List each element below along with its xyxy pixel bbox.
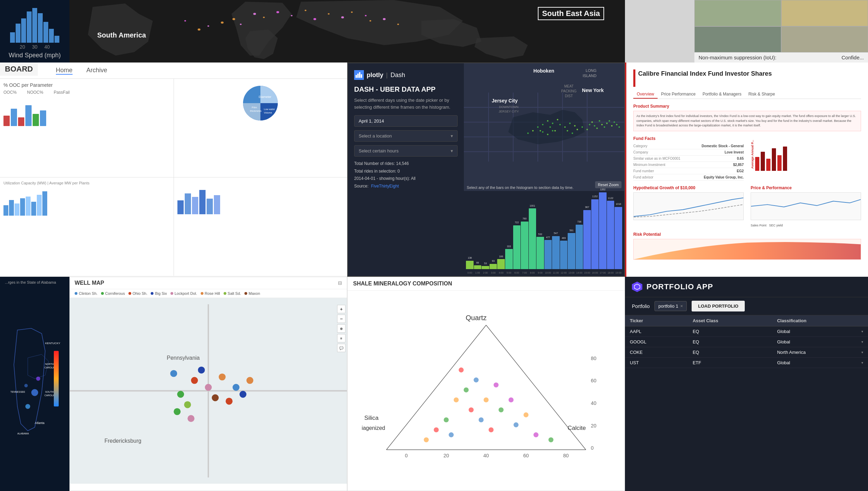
legend-dot-ohio — [128, 292, 131, 295]
hist-bar-x-label: 19:00 — [615, 272, 621, 274]
histogram-bar[interactable]: 661:00 — [474, 192, 482, 269]
histogram-bar[interactable]: 96715:00 — [583, 192, 591, 269]
svg-point-99 — [240, 391, 247, 398]
svg-text:0: 0 — [591, 445, 594, 451]
hist-bar-x-label: 17:00 — [600, 272, 606, 274]
svg-point-67 — [616, 124, 618, 125]
legend-clinton: Clinton Sh. — [75, 291, 98, 296]
tab-overview[interactable]: Overview — [633, 90, 658, 99]
histogram-bar[interactable]: 101819:00 — [615, 192, 622, 269]
hist-bar-x-label: 6:00 — [514, 272, 519, 274]
select-hours-dropdown[interactable]: Select certain hours ▾ — [354, 145, 458, 157]
dashboard-body: % OOC per Parameter OOC% NOOC% PassFail — [0, 79, 347, 276]
capacity-bar-chart — [3, 188, 170, 216]
histogram-bar[interactable]: 3335:00 — [505, 192, 513, 269]
svg-point-60 — [599, 120, 600, 122]
wellmap-controls[interactable]: + − ⊕ ≡ 💬 — [337, 305, 345, 352]
meat-packing-label: MEATPACKINGDIST — [561, 84, 576, 99]
table-row: USTETFGlobal▾ — [625, 358, 868, 368]
cell-classification[interactable]: North America▾ — [772, 347, 868, 358]
nav-archive[interactable]: Archive — [86, 67, 107, 75]
svg-point-42 — [559, 124, 561, 125]
dashboard-nav[interactable]: Home Archive — [56, 67, 107, 75]
shale-header: SHALE MINERALOGY COMPOSITION — [348, 277, 625, 291]
cap-bar — [42, 191, 47, 216]
svg-text:Quartz: Quartz — [466, 314, 486, 321]
fact-label-advisor: Fund advisor — [633, 175, 653, 179]
histogram-bar[interactable]: 126217:00 — [599, 192, 607, 269]
legend-label-lockport: Lockport Dol. — [175, 291, 197, 296]
avg-cell — [174, 177, 348, 276]
histogram-bar[interactable]: 933:00 — [490, 192, 497, 269]
histogram-bar[interactable]: 46912:00 — [560, 192, 568, 269]
svg-point-131 — [549, 437, 553, 442]
pie-label-film: Film — [252, 106, 257, 109]
svg-point-129 — [434, 427, 439, 432]
histogram-bar[interactable]: 7807:00 — [521, 192, 528, 269]
pie-cell: Diameter Film thickness Low water Volume — [174, 79, 348, 177]
col-classification: Classification — [772, 315, 868, 326]
tab-risk[interactable]: Risk & Sharpe — [745, 90, 778, 99]
price-perf-labels: Sales Point SEC yield — [751, 224, 861, 227]
reset-zoom-button[interactable]: Reset Zoom — [595, 181, 621, 188]
new-york-label: New York — [582, 88, 604, 93]
uber-histogram[interactable]: 1380:00661:00532:00933:001664:003335:007… — [464, 191, 624, 276]
load-portfolio-button[interactable]: LOAD PORTFOLIO — [692, 301, 744, 311]
histogram-bar[interactable]: 1664:00 — [497, 192, 505, 269]
ooc-bar — [11, 109, 17, 126]
classification-value: Global — [777, 339, 790, 344]
hist-bar-value-label: 66 — [476, 261, 479, 264]
avg-bar-chart — [177, 186, 344, 214]
uber-date-input[interactable]: April 1, 2014 — [354, 115, 458, 127]
histogram-bar[interactable]: 532:00 — [482, 192, 489, 269]
source-link[interactable]: FiveThirtyEight — [371, 184, 399, 189]
comment-btn[interactable]: 💬 — [337, 344, 345, 352]
histogram-bar[interactable]: 59113:00 — [568, 192, 575, 269]
histogram-bar[interactable]: 10018:00 — [529, 192, 536, 269]
histogram-bar[interactable]: 54711:00 — [552, 192, 560, 269]
histogram-bar[interactable]: 5329:00 — [536, 192, 544, 269]
wellmap-expand-icon[interactable]: ⊟ — [338, 280, 342, 286]
logo-separator: | — [386, 72, 388, 79]
histogram-bar[interactable]: 47710:00 — [544, 192, 552, 269]
hist-bar-value-label: 1262 — [600, 188, 606, 191]
alabama-panel: ...rges in the State of Alabama KENTUCKY… — [0, 277, 69, 491]
hist-bar-value-label: 1018 — [616, 203, 621, 205]
tab-price-perf[interactable]: Price Performance — [658, 90, 699, 99]
capacity-title: Utilization Capacity (MW) | Average MW p… — [3, 181, 170, 185]
cell-classification[interactable]: Global▾ — [772, 358, 868, 368]
zoom-in-btn[interactable]: + — [337, 305, 345, 313]
svg-point-114 — [459, 367, 464, 372]
col-ticker: Ticker — [625, 315, 688, 326]
zoom-out-btn[interactable]: − — [337, 315, 345, 323]
calibre-tabs[interactable]: Overview Price Performance Portfolio & M… — [633, 90, 861, 99]
svg-point-2 — [276, 11, 279, 13]
svg-text:60: 60 — [591, 378, 596, 383]
histogram-bar[interactable]: 7226:00 — [513, 192, 521, 269]
wind-speed-label: Wind Speed (mph) — [9, 52, 61, 59]
select-location-dropdown[interactable]: Select a location ▾ — [354, 130, 458, 142]
tab-portfolio[interactable]: Portfolio & Managers — [699, 90, 745, 99]
layers-btn[interactable]: ≡ — [337, 334, 345, 342]
locate-btn[interactable]: ⊕ — [337, 324, 345, 333]
pie-chart-container: Diameter Film thickness Low water Volume — [177, 82, 344, 124]
svg-text:NORTH: NORTH — [45, 363, 54, 365]
table-row: COKEEQNorth America▾ — [625, 347, 868, 358]
svg-point-4 — [304, 10, 306, 11]
classification-value: North America — [777, 350, 806, 355]
histogram-bar[interactable]: 73614:00 — [576, 192, 583, 269]
portfolio-select-dropdown[interactable]: portfolio 1 ✕ — [654, 301, 687, 311]
legend-label-ohio: Ohio Sh. — [133, 291, 148, 296]
histogram-bar[interactable]: 112218:00 — [607, 192, 615, 269]
price-perf-chart — [751, 192, 861, 220]
histogram-bar[interactable]: 115216:00 — [591, 192, 599, 269]
svg-point-93 — [212, 394, 219, 401]
histogram-bar[interactable]: 1380:00 — [466, 192, 474, 269]
dropdown-caret: ▾ — [451, 133, 453, 139]
logo-text: plotly — [367, 72, 383, 79]
source-line: Source: FiveThirtyEight — [354, 183, 458, 190]
cell-classification[interactable]: Global▾ — [772, 337, 868, 347]
nav-home[interactable]: Home — [56, 67, 73, 75]
calibre-charts-row: Hypothetical Growth of $10,000 Price & P… — [633, 185, 861, 227]
cell-classification[interactable]: Global▾ — [772, 326, 868, 337]
